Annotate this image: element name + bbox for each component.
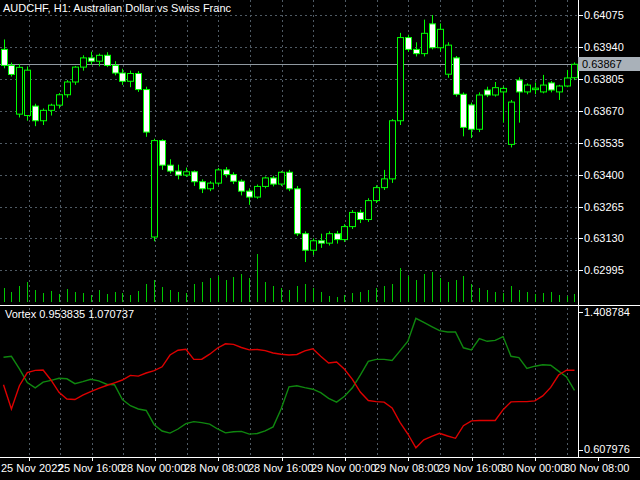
candle-body xyxy=(335,234,341,240)
time-axis-label: 30 Nov 08:00 xyxy=(564,462,629,474)
candle-body xyxy=(303,234,309,251)
candle-body xyxy=(311,241,317,250)
candle-body xyxy=(533,88,539,90)
vortex-minus-line xyxy=(4,344,575,448)
candle-body xyxy=(113,65,119,73)
candle-body xyxy=(454,58,460,94)
time-axis-label: 30 Nov 00:00 xyxy=(501,462,566,474)
price-axis-label: 0.63265 xyxy=(584,201,624,213)
time-axis-label: 25 Nov 16:00 xyxy=(58,462,123,474)
candle-body xyxy=(97,55,103,61)
candle-body xyxy=(33,106,39,121)
time-axis-label: 25 Nov 2022 xyxy=(1,462,63,474)
candle-body xyxy=(9,65,15,74)
time-axis-label: 28 Nov 00:00 xyxy=(121,462,186,474)
candle-body xyxy=(176,171,182,175)
price-axis-label: 0.63805 xyxy=(584,73,624,85)
vortex-plus-line xyxy=(4,318,575,434)
candle-body xyxy=(105,55,111,65)
price-axis-label: 0.62995 xyxy=(584,264,624,276)
indicator-min-label: 0.607976 xyxy=(584,443,630,455)
candle-body xyxy=(485,90,491,95)
candle-body xyxy=(295,189,301,234)
candle-body xyxy=(366,201,372,220)
candle-body xyxy=(374,188,380,201)
candle-body xyxy=(49,105,55,110)
price-axis-label: 0.63130 xyxy=(584,232,624,244)
candle-body xyxy=(549,83,555,90)
candle-body xyxy=(120,73,126,81)
indicator-max-label: 1.408784 xyxy=(584,306,630,318)
candle-body xyxy=(17,67,23,114)
price-axis-label: 0.63670 xyxy=(584,105,624,117)
candle-body xyxy=(414,49,420,53)
candle-body xyxy=(2,49,8,65)
candle-body xyxy=(255,186,261,197)
candle-body xyxy=(541,85,547,92)
candle-body xyxy=(358,212,364,219)
candle-body xyxy=(192,172,198,182)
candle-body xyxy=(477,95,483,129)
candle-body xyxy=(184,172,190,175)
candle-body xyxy=(517,80,523,92)
time-axis-label: 29 Nov 00:00 xyxy=(311,462,376,474)
candle-body xyxy=(430,24,436,48)
trading-terminal-chart-window: AUDCHF, H1: Australian Dollar vs Swiss F… xyxy=(0,0,640,480)
chart-title: AUDCHF, H1: Australian Dollar vs Swiss F… xyxy=(3,2,231,14)
candle-body xyxy=(168,165,174,171)
time-axis-label: 29 Nov 08:00 xyxy=(374,462,439,474)
candle-body xyxy=(525,85,531,92)
candle-body xyxy=(382,179,388,188)
price-axis-label: 0.64075 xyxy=(584,9,624,21)
price-axis-label: 0.63940 xyxy=(584,41,624,53)
candle-body xyxy=(469,105,475,129)
candle-body xyxy=(557,86,563,92)
candle-body xyxy=(493,88,499,95)
candle-body xyxy=(263,178,269,187)
candle-body xyxy=(208,183,214,189)
time-axis-label: 28 Nov 16:00 xyxy=(248,462,313,474)
candle-body xyxy=(25,70,31,115)
candle-body xyxy=(279,172,285,184)
candle-body xyxy=(216,170,222,183)
candle-body xyxy=(572,64,578,77)
candle-body xyxy=(200,182,206,189)
candle-body xyxy=(65,82,71,95)
candle-body xyxy=(319,241,325,243)
candle-body xyxy=(438,29,444,47)
candle-body xyxy=(152,141,158,237)
price-axis-label: 0.63400 xyxy=(584,169,624,181)
candle-body xyxy=(350,212,356,226)
time-axis-label: 28 Nov 08:00 xyxy=(184,462,249,474)
candle-body xyxy=(160,141,166,166)
candle-body xyxy=(144,90,150,133)
candle-body xyxy=(461,94,467,127)
candle-body xyxy=(89,58,95,61)
candle-body xyxy=(287,172,293,189)
candle-body xyxy=(422,33,428,53)
candle-body xyxy=(406,38,412,50)
candle-body xyxy=(231,175,237,182)
candle-body xyxy=(41,110,47,120)
candle-body xyxy=(342,227,348,240)
candle-body xyxy=(509,102,515,144)
candle-body xyxy=(81,58,87,67)
candle-body xyxy=(57,95,63,105)
indicator-label: Vortex 0.953835 1.070737 xyxy=(5,308,134,320)
candle-body xyxy=(565,78,571,86)
candle-body xyxy=(271,178,277,184)
candle-body xyxy=(327,234,333,243)
candle-body xyxy=(446,45,452,74)
candle-body xyxy=(398,38,404,121)
candle-body xyxy=(247,191,253,197)
candle-body xyxy=(136,73,142,89)
candle-body xyxy=(128,73,134,81)
candle-body xyxy=(73,67,79,82)
candle-body xyxy=(501,88,507,92)
candle-body xyxy=(224,170,230,175)
price-chart[interactable] xyxy=(0,0,640,480)
price-axis-label: 0.63535 xyxy=(584,137,624,149)
candle-body xyxy=(390,121,396,179)
candle-body xyxy=(239,181,245,191)
time-axis-label: 29 Nov 16:00 xyxy=(438,462,503,474)
